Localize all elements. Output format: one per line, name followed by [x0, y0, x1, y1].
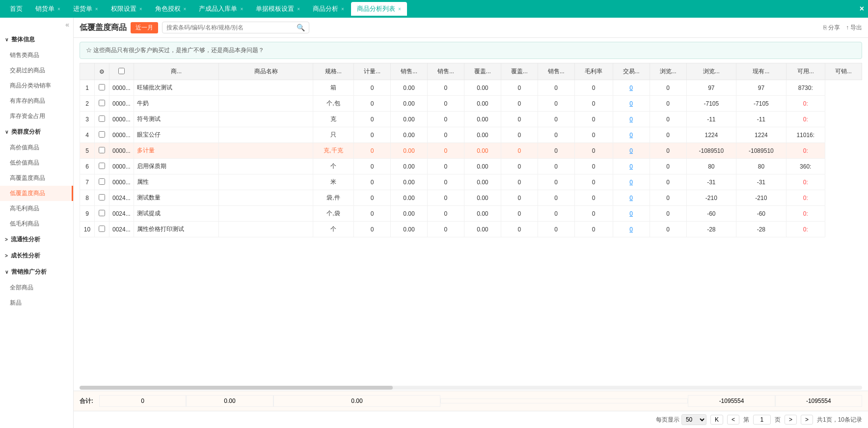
th-spec[interactable]: 规格...	[313, 63, 353, 80]
th-sale3[interactable]: 销售...	[538, 63, 574, 80]
cell-view1[interactable]: 0	[613, 127, 650, 143]
th-sale_amt[interactable]: 销售...	[427, 63, 464, 80]
row-checkbox[interactable]	[99, 163, 105, 169]
cell-name[interactable]: 符号测试	[134, 112, 219, 127]
th-code[interactable]: 商...	[134, 63, 219, 80]
next-page-button[interactable]: >	[785, 415, 797, 425]
close-tab-button[interactable]: ×	[341, 6, 344, 12]
first-page-button[interactable]: K	[710, 415, 723, 425]
time-filter-button[interactable]: 近一月	[131, 22, 158, 33]
cell-checkbox[interactable]	[95, 127, 109, 143]
cell-checkbox[interactable]	[95, 96, 109, 112]
sidebar-item-高毛利商品[interactable]: 高毛利商品	[0, 201, 73, 216]
view1-link[interactable]: 0	[629, 210, 633, 217]
sidebar-section-流通性分析[interactable]: >流通性分析	[0, 231, 73, 248]
sidebar-item-低覆盖度商品[interactable]: 低覆盖度商品	[0, 186, 73, 201]
sidebar-collapse-button[interactable]: «	[0, 18, 73, 31]
cell-view1[interactable]: 0	[613, 112, 650, 127]
cell-checkbox[interactable]	[95, 159, 109, 174]
last-page-button[interactable]: >	[801, 415, 813, 425]
nav-tab-首页[interactable]: 首页	[4, 2, 28, 16]
page-size-dropdown[interactable]: 2050100200	[681, 414, 706, 425]
row-checkbox[interactable]	[99, 178, 105, 185]
view1-link[interactable]: 0	[629, 132, 633, 139]
nav-tab-商品分析[interactable]: 商品分析×	[307, 2, 350, 16]
sidebar-item-销售类商品[interactable]: 销售类商品	[0, 48, 73, 63]
row-checkbox[interactable]	[99, 84, 105, 90]
view1-link[interactable]: 0	[629, 116, 633, 123]
cell-checkbox[interactable]	[95, 190, 109, 206]
sidebar-section-成长性分析[interactable]: >成长性分析	[0, 248, 73, 264]
th-settings[interactable]: ⚙	[95, 63, 109, 80]
row-checkbox[interactable]	[99, 100, 105, 106]
page-number-input[interactable]	[753, 415, 771, 425]
th-unit[interactable]: 计量...	[354, 63, 391, 80]
cell-name[interactable]: 多计量	[134, 143, 219, 159]
sidebar-item-高价值商品[interactable]: 高价值商品	[0, 140, 73, 155]
sidebar-item-新品[interactable]: 新品	[0, 295, 73, 311]
th-name[interactable]: 商品名称	[219, 63, 313, 80]
cell-name[interactable]: 测试数量	[134, 190, 219, 206]
view1-link[interactable]: 0	[629, 195, 633, 201]
view1-link[interactable]: 0	[629, 179, 633, 186]
sidebar-item-商品分类动销率[interactable]: 商品分类动销率	[0, 78, 73, 93]
th-cover2[interactable]: 覆盖...	[501, 63, 538, 80]
footer-scroll[interactable]	[74, 385, 868, 391]
sidebar-item-低毛利商品[interactable]: 低毛利商品	[0, 216, 73, 231]
close-tab-button[interactable]: ×	[184, 6, 187, 12]
th-view2[interactable]: 浏览...	[686, 63, 736, 80]
view1-link[interactable]: 0	[629, 163, 633, 170]
cell-view1[interactable]: 0	[613, 190, 650, 206]
cell-checkbox[interactable]	[95, 143, 109, 159]
sidebar-item-有库存的商品[interactable]: 有库存的商品	[0, 93, 73, 109]
table-area[interactable]: ⚙商...商品名称规格...计量...销售...销售...覆盖...覆盖...销…	[74, 63, 868, 385]
view1-link[interactable]: 0	[629, 226, 633, 233]
cell-name[interactable]: 牛奶	[134, 96, 219, 112]
cell-name[interactable]: 启用保质期	[134, 159, 219, 174]
th-sale_qty[interactable]: 销售...	[391, 63, 428, 80]
nav-tab-进货单[interactable]: 进货单×	[67, 2, 104, 16]
nav-tab-产成品入库单[interactable]: 产成品入库单×	[193, 2, 249, 16]
cell-name[interactable]: 眼宝公仔	[134, 127, 219, 143]
cell-name[interactable]: 属性价格打印测试	[134, 222, 219, 237]
cell-view1[interactable]: 0	[613, 80, 650, 96]
cell-checkbox[interactable]	[95, 222, 109, 237]
cell-name[interactable]: 旺辅批次测试	[134, 80, 219, 96]
sidebar-item-库存资金占用[interactable]: 库存资金占用	[0, 109, 73, 124]
row-checkbox[interactable]	[99, 226, 105, 232]
th-sellable[interactable]: 可销...	[825, 63, 862, 80]
view1-link[interactable]: 0	[629, 147, 633, 154]
cell-view1[interactable]: 0	[613, 143, 650, 159]
search-icon[interactable]: 🔍	[297, 24, 305, 31]
select-all-checkbox[interactable]	[118, 68, 125, 74]
row-checkbox[interactable]	[99, 131, 105, 138]
sidebar-item-交易过的商品[interactable]: 交易过的商品	[0, 63, 73, 78]
nav-tab-单据模板设置[interactable]: 单据模板设置×	[250, 2, 306, 16]
nav-tab-商品分析列表[interactable]: 商品分析列表×	[351, 2, 407, 16]
sidebar-item-高覆盖度商品[interactable]: 高覆盖度商品	[0, 171, 73, 186]
close-tab-button[interactable]: ×	[139, 6, 142, 12]
cell-name[interactable]: 属性	[134, 174, 219, 190]
th-cover1[interactable]: 覆盖...	[464, 63, 501, 80]
sidebar-section-类群度分析[interactable]: ∨类群度分析	[0, 124, 73, 140]
row-checkbox[interactable]	[99, 147, 105, 153]
cell-name[interactable]: 测试提成	[134, 206, 219, 222]
nav-tab-角色授权[interactable]: 角色授权×	[149, 2, 192, 16]
cell-checkbox[interactable]	[95, 80, 109, 96]
th-view1[interactable]: 浏览...	[650, 63, 686, 80]
cell-checkbox[interactable]	[95, 174, 109, 190]
cell-checkbox[interactable]	[95, 206, 109, 222]
close-tab-button[interactable]: ×	[240, 6, 243, 12]
view1-link[interactable]: 0	[629, 100, 633, 107]
nav-tab-销货单[interactable]: 销货单×	[29, 2, 66, 16]
export-button[interactable]: ↑ 导出	[846, 24, 862, 32]
close-tab-button[interactable]: ×	[398, 6, 401, 12]
prev-page-button[interactable]: <	[727, 415, 739, 425]
view1-link[interactable]: 0	[629, 85, 633, 91]
row-checkbox[interactable]	[99, 194, 105, 200]
sidebar-item-全部商品[interactable]: 全部商品	[0, 280, 73, 295]
sidebar-section-整体信息[interactable]: ∨整体信息	[0, 31, 73, 48]
cell-view1[interactable]: 0	[613, 159, 650, 174]
close-all-tabs-button[interactable]: ×	[860, 4, 864, 13]
th-trade[interactable]: 交易...	[613, 63, 650, 80]
